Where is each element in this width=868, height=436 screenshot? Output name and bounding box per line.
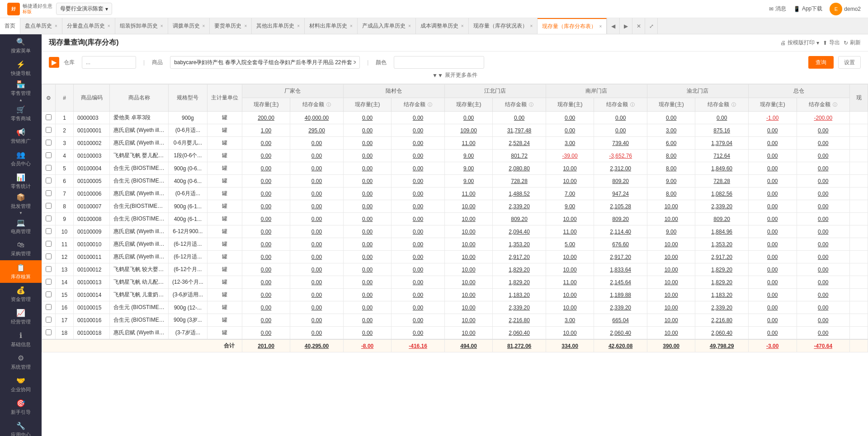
row-cy-amt[interactable]: 0.00 (290, 225, 343, 238)
row-lc-qty[interactable]: 0.00 (343, 137, 392, 150)
row-cy-qty[interactable]: 0.00 (242, 162, 290, 175)
row-cy-amt[interactable]: 0.00 (290, 263, 343, 276)
row-na-amt[interactable]: 2,060.40 (594, 327, 647, 340)
row-total-qty[interactable]: 0.00 (748, 137, 797, 150)
row-total-qty[interactable]: 0.00 (748, 301, 797, 314)
row-lc-qty[interactable]: 0.00 (343, 225, 392, 238)
row-lc-amt[interactable]: 0.00 (392, 200, 444, 213)
lc-amt-info-icon[interactable]: ⓘ (428, 102, 432, 107)
row-cy-amt[interactable]: 0.00 (290, 200, 343, 213)
refresh-btn[interactable]: ↻ 刷新 (844, 39, 861, 47)
tab-6[interactable]: 其他出库单历史 × (252, 18, 305, 34)
row-cy-qty[interactable]: 0.00 (242, 251, 290, 263)
sidebar-item-wholesale[interactable]: 📦 批发管理 ▼ (0, 192, 42, 215)
row-total-qty[interactable]: 0.00 (748, 314, 797, 327)
export-btn[interactable]: ⬆ 导出 (823, 39, 840, 47)
row-jb-qty[interactable]: 0.00 (444, 112, 493, 124)
row-lc-amt[interactable]: 0.00 (392, 188, 444, 200)
color-input[interactable] (394, 56, 484, 69)
row-total-amt[interactable]: 0.00 (797, 213, 849, 225)
jb-amt-info-icon[interactable]: ⓘ (529, 102, 533, 107)
row-total-qty[interactable]: 0.00 (748, 225, 797, 238)
row-lc-qty[interactable]: 0.00 (343, 289, 392, 301)
row-yb-amt[interactable]: 2,060.40 (695, 327, 748, 340)
summary-cy-qty[interactable]: 201.00 (242, 339, 290, 352)
row-yb-qty[interactable]: 10.00 (647, 327, 695, 340)
row-cy-amt[interactable]: 0.00 (290, 276, 343, 289)
summary-na-amt[interactable]: 42,620.08 (594, 339, 647, 352)
row-lc-qty[interactable]: 0.00 (343, 276, 392, 289)
row-jb-qty[interactable]: 10.00 (444, 276, 493, 289)
row-cy-qty[interactable]: 200.00 (242, 112, 290, 124)
row-total-amt[interactable]: 0.00 (797, 188, 849, 200)
row-yb-qty[interactable]: 10.00 (647, 213, 695, 225)
row-jb-qty[interactable]: 109.00 (444, 124, 493, 137)
row-yb-qty[interactable]: 0.00 (647, 112, 695, 124)
tab-9[interactable]: 成本调整单历史 × (416, 18, 469, 34)
row-na-qty[interactable]: 10.00 (546, 175, 594, 188)
row-jb-qty[interactable]: 10.00 (444, 251, 493, 263)
sidebar-item-nav[interactable]: ⚡ 快捷导航 (0, 57, 42, 80)
row-na-amt[interactable]: 947.24 (594, 188, 647, 200)
tab-close-4[interactable]: × (203, 23, 205, 28)
row-jb-qty[interactable]: 11.00 (444, 137, 493, 150)
row-cy-amt[interactable]: 0.00 (290, 289, 343, 301)
user-area[interactable]: E demo2 (830, 3, 861, 15)
row-cy-amt[interactable]: 40,000.00 (290, 112, 343, 124)
row-na-amt[interactable]: -3,652.76 (594, 150, 647, 162)
row-total-amt[interactable]: 0.00 (797, 200, 849, 213)
row-jb-qty[interactable]: 10.00 (444, 263, 493, 276)
row-checkbox[interactable] (42, 188, 56, 200)
row-checkbox[interactable] (42, 238, 56, 251)
row-yb-qty[interactable]: 6.00 (647, 137, 695, 150)
sidebar-item-inventory[interactable]: 📋 库存核算 (0, 260, 42, 283)
tab-close-all-btn[interactable]: ✕ (632, 18, 645, 34)
row-cy-amt[interactable]: 0.00 (290, 251, 343, 263)
tab-close-8[interactable]: × (408, 23, 411, 28)
row-lc-amt[interactable]: 0.00 (392, 238, 444, 251)
row-cy-amt[interactable]: 0.00 (290, 188, 343, 200)
tab-3[interactable]: 组装拆卸单历史 × (115, 18, 168, 34)
row-na-qty[interactable]: 11.00 (546, 276, 594, 289)
row-lc-qty[interactable]: 0.00 (343, 251, 392, 263)
row-total-amt[interactable]: 0.00 (797, 137, 849, 150)
row-yb-qty[interactable]: 10.00 (647, 314, 695, 327)
row-yb-amt[interactable]: 1,884.96 (695, 225, 748, 238)
row-jb-amt[interactable]: 1,488.52 (493, 188, 546, 200)
row-yb-amt[interactable]: 1,353.20 (695, 238, 748, 251)
tab-8[interactable]: 产成品入库单历史 × (358, 18, 416, 34)
row-total-amt[interactable]: 0.00 (797, 289, 849, 301)
sidebar-item-finance[interactable]: 💰 资金管理 (0, 283, 42, 305)
row-cy-qty[interactable]: 0.00 (242, 213, 290, 225)
row-total-amt[interactable]: -200.00 (797, 112, 849, 124)
row-cy-amt[interactable]: 0.00 (290, 238, 343, 251)
row-cy-amt[interactable]: 295.00 (290, 124, 343, 137)
tab-1[interactable]: 盘点单历史 × (20, 18, 62, 34)
row-yb-qty[interactable]: 8.00 (647, 162, 695, 175)
tab-next-btn[interactable]: ▶ (620, 18, 632, 34)
tab-close-7[interactable]: × (350, 23, 353, 28)
sidebar-item-guide[interactable]: 🎯 新手引导 (0, 396, 42, 418)
row-cy-amt[interactable]: 0.00 (290, 162, 343, 175)
row-checkbox[interactable] (42, 314, 56, 327)
row-na-amt[interactable]: 1,189.88 (594, 289, 647, 301)
tab-close-2[interactable]: × (108, 23, 110, 28)
row-cy-amt[interactable]: 0.00 (290, 213, 343, 225)
row-lc-qty[interactable]: 0.00 (343, 314, 392, 327)
row-lc-qty[interactable]: 0.00 (343, 162, 392, 175)
row-jb-qty[interactable]: 9.00 (444, 150, 493, 162)
row-na-qty[interactable]: 10.00 (546, 251, 594, 263)
row-yb-amt[interactable]: 2,339.20 (695, 200, 748, 213)
tab-10[interactable]: 现存量（库存状况表） × (469, 18, 538, 34)
row-yb-qty[interactable]: 10.00 (647, 251, 695, 263)
row-jb-amt[interactable]: 1,353.20 (493, 238, 546, 251)
row-jb-qty[interactable]: 10.00 (444, 289, 493, 301)
row-total-amt[interactable]: 0.00 (797, 314, 849, 327)
row-jb-qty[interactable]: 10.00 (444, 314, 493, 327)
table-wrapper[interactable]: ⚙ # 商品编码 商品名称 规格型号 主计量单位 厂家仓 陆村仓 江北门店 南岸… (42, 84, 868, 436)
row-checkbox[interactable] (42, 301, 56, 314)
row-na-amt[interactable]: 2,339.20 (594, 301, 647, 314)
row-lc-amt[interactable]: 0.00 (392, 276, 444, 289)
tab-prev-btn[interactable]: ◀ (607, 18, 620, 34)
row-total-amt[interactable]: 0.00 (797, 251, 849, 263)
